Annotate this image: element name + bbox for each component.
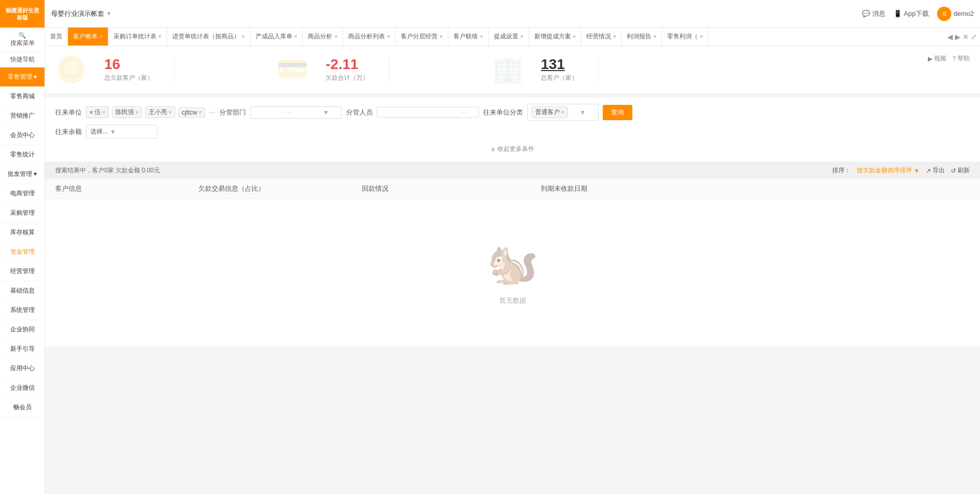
export-icon: ↗ (926, 167, 931, 174)
tab-profit-report[interactable]: 利润报告× (622, 28, 662, 46)
tab-retail-profit[interactable]: 零售利润（× (662, 28, 709, 46)
sidebar-item-system-mgmt[interactable]: 系统管理 (0, 301, 44, 320)
app-download-button[interactable]: 📱 App下载 (894, 9, 929, 18)
debt-icon: 💳 (277, 55, 308, 83)
tab-close-customer-account[interactable]: × (100, 34, 103, 39)
video-help-button[interactable]: ▶ 视频 (928, 54, 946, 63)
sidebar-item-enterprise-wechat[interactable]: 企业微信 (0, 378, 44, 398)
tab-label-commission-settings: 提成设置 (494, 32, 518, 41)
filter-tag-chen-close[interactable]: × (135, 109, 139, 115)
filter-tag-wu-close[interactable]: × (102, 109, 105, 115)
empty-state: 🐿️ 暂无数据 (45, 199, 980, 346)
sidebar-item-marketing[interactable]: 营销推广 (0, 106, 44, 126)
tab-label-customer-contact: 客户联络 (453, 32, 478, 41)
balance-selector[interactable]: 选择... ▼ (86, 125, 157, 139)
tab-close-product-analysis[interactable]: × (334, 34, 337, 39)
tab-home[interactable]: 首页 (45, 28, 68, 46)
tab-close-business-status[interactable]: × (613, 34, 616, 39)
filter-row-1: 往来单位 × 伍 × 陈民强 × 王小亮 × (55, 104, 970, 121)
dept-selector[interactable]: ··· ▼ (250, 106, 342, 119)
sidebar-item-enterprise-collab[interactable]: 企业协同 (0, 320, 44, 340)
building-icon: 🏢 (492, 55, 523, 83)
help-label: 帮助 (958, 54, 970, 63)
sidebar-item-finance-mgmt[interactable]: 资金管理 (0, 242, 44, 262)
stat-total-customers: 131 总客户（家） (531, 57, 599, 82)
tab-customer-contact[interactable]: 客户联络× (448, 28, 489, 46)
tab-cost-inbound[interactable]: 产成品入库单× (250, 28, 303, 46)
sidebar-item-business-mgmt[interactable]: 经营管理 (0, 262, 44, 281)
sidebar-item-retail-mgmt[interactable]: 零售管理 ▾ (0, 68, 44, 87)
sidebar-item-purchase-mgmt[interactable]: 采购管理 (0, 204, 44, 223)
tab-inbound-stats[interactable]: 进货单统计表（按商品）× (167, 28, 250, 46)
tab-close-purchase-order-stats[interactable]: × (158, 34, 162, 39)
tab-close-cost-inbound[interactable]: × (294, 34, 298, 39)
tab-prev-arrow[interactable]: ◀ (947, 33, 953, 41)
sidebar-item-retail-shop[interactable]: 零售商城 (0, 87, 44, 106)
topbar: 母婴行业演示帐套 ▼ 💬 消息 📱 App下载 d demo2 (45, 0, 980, 28)
messages-button[interactable]: 💬 消息 (862, 9, 885, 18)
sidebar-item-ecommerce-mgmt[interactable]: 电商管理 (0, 184, 44, 204)
filter-tag-cjttcw: cjttcw × (178, 107, 206, 118)
sidebar-item-inventory[interactable]: 库存核算 (0, 223, 44, 242)
sidebar-item-basic-info[interactable]: 基础信息 (0, 281, 44, 301)
user-profile[interactable]: d demo2 (937, 7, 974, 21)
app-download-label: App下载 (904, 9, 929, 18)
tab-close-product-analysis-list[interactable]: × (387, 34, 390, 39)
filter-tag-cjttcw-close[interactable]: × (199, 109, 202, 115)
store-name: 母婴行业演示帐套 (51, 9, 104, 18)
tab-purchase-order-stats[interactable]: 采购订单统计表× (108, 28, 167, 46)
tab-close-commission-settings[interactable]: × (520, 34, 523, 39)
sidebar-item-app-center[interactable]: 应用中心 (0, 359, 44, 378)
tab-close-all[interactable]: ✕ (963, 33, 969, 41)
store-selector[interactable]: 母婴行业演示帐套 ▼ (51, 9, 111, 18)
tab-new-commission-plan[interactable]: 新增提成方案× (529, 28, 582, 46)
page-content: 🪙 16 总欠款客户（家） 💳 -2.11 欠款合计（万） 🏢 131 总客户（… (45, 46, 980, 494)
tab-label-purchase-order-stats: 采购订单统计表 (113, 32, 156, 41)
help-button[interactable]: ? 帮助 (952, 54, 970, 63)
export-button[interactable]: ↗ 导出 (926, 166, 945, 175)
unit-category-selector[interactable]: 普通客户 × ▼ (527, 104, 599, 121)
filter-tag-chen: 陈民强 × (112, 106, 142, 118)
tab-close-customer-tier[interactable]: × (440, 34, 443, 39)
tab-business-status[interactable]: 经营情况× (581, 28, 622, 46)
tab-close-customer-contact[interactable]: × (480, 34, 483, 39)
sidebar-search[interactable]: 🔍 搜索菜单 (0, 28, 44, 52)
tab-close-profit-report[interactable]: × (653, 34, 656, 39)
search-result-bar: 搜索结果中，客户0家 欠款金额 0.00元 排序： 按欠款金额倒序排序 ▼ ↗ … (45, 162, 980, 179)
collapse-button[interactable]: ∧ 收起更多条件 (487, 143, 538, 155)
person-selector[interactable]: ··· (377, 107, 479, 118)
tab-customer-tier[interactable]: 客户分层经营× (396, 28, 448, 46)
collapse-up-icon: ∧ (491, 146, 495, 153)
video-icon: ▶ (928, 55, 932, 62)
tab-close-retail-profit[interactable]: × (700, 34, 703, 39)
tab-next-arrow[interactable]: ▶ (955, 33, 961, 41)
tab-scroll-controls[interactable]: ◀ ▶ ✕ ⤢ (944, 33, 980, 41)
filter-area: 往来单位 × 伍 × 陈民强 × 王小亮 × (45, 98, 980, 162)
sort-selector[interactable]: 按欠款金额倒序排序 ▼ (857, 166, 920, 175)
refresh-button[interactable]: ↺ 刷新 (951, 166, 970, 175)
query-button[interactable]: 查询 (603, 105, 632, 120)
more-tags-button[interactable]: ··· (208, 108, 215, 117)
filter-tag-wu-x[interactable]: × (89, 109, 93, 116)
logo-text: 畅捷通好生意 (6, 7, 39, 14)
sidebar-item-vip-member[interactable]: 畅会员 (0, 398, 44, 417)
tab-product-analysis[interactable]: 商品分析× (303, 28, 343, 46)
tab-commission-settings[interactable]: 提成设置× (489, 28, 529, 46)
sidebar-item-retail-stats[interactable]: 零售统计 (0, 145, 44, 165)
sidebar-item-wholesale-mgmt[interactable]: 批发管理 ▾ (0, 165, 44, 184)
result-right-controls: 排序： 按欠款金额倒序排序 ▼ ↗ 导出 ↺ 刷新 (832, 166, 970, 175)
tab-product-analysis-list[interactable]: 商品分析列表× (343, 28, 396, 46)
tab-close-new-commission-plan[interactable]: × (573, 34, 576, 39)
tab-close-inbound-stats[interactable]: × (242, 34, 245, 39)
category-tag-close[interactable]: × (561, 109, 564, 115)
filter-tag-wang-close[interactable]: × (169, 109, 172, 115)
tab-maximize[interactable]: ⤢ (971, 33, 977, 41)
main-content: 母婴行业演示帐套 ▼ 💬 消息 📱 App下载 d demo2 首页客户账本×采… (45, 0, 980, 494)
quick-nav-label: 快捷导航 (3, 55, 41, 64)
tab-label-home: 首页 (50, 32, 62, 41)
tab-customer-account[interactable]: 客户账本× (68, 28, 108, 46)
sidebar-item-member-center[interactable]: 会员中心 (0, 126, 44, 145)
sidebar-quick-nav[interactable]: 快捷导航 (0, 52, 44, 68)
sidebar-item-new-guide[interactable]: 新手引导 (0, 340, 44, 359)
message-icon: 💬 (862, 10, 870, 17)
